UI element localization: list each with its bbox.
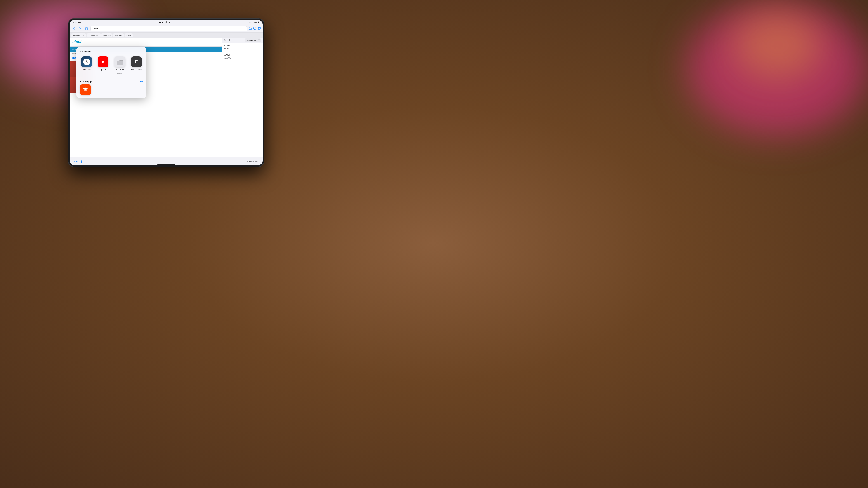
bottom-url-right: Tesla, Inc. bbox=[250, 160, 258, 162]
history-toolbar-btn[interactable]: 🗑 bbox=[80, 160, 83, 163]
status-time: 4:43 PM bbox=[73, 21, 81, 24]
svg-point-14 bbox=[85, 89, 85, 90]
siri-title: Siri Sugge... bbox=[80, 80, 94, 83]
svg-rect-0 bbox=[86, 28, 88, 30]
status-right: ▲▲ 84% ▮ bbox=[248, 21, 259, 24]
siri-icon-reddit bbox=[80, 84, 91, 95]
browser-chrome: Tesla bbox=[70, 25, 263, 33]
battery-icon: ▮ bbox=[258, 21, 259, 24]
ipad-frame: 4:43 PM Mon Jul 20 ▲▲ 84% ▮ Tesla bbox=[68, 18, 265, 167]
siri-header: Siri Sugge... Edit bbox=[78, 78, 145, 84]
ipad-screen: 4:43 PM Mon Jul 20 ▲▲ 84% ▮ Tesla bbox=[70, 20, 263, 165]
right-panel: ☀ ⚲ Relevance n short inst its as Wall h… bbox=[222, 37, 263, 157]
siri-item-reddit[interactable] bbox=[80, 84, 91, 95]
battery-percentage: 84% bbox=[253, 21, 257, 24]
fav-youtube-upload[interactable]: Upload bbox=[95, 55, 112, 76]
favorites-grid: 9toSMac bbox=[76, 55, 147, 78]
fav-label-9to5mac: 9toSMac bbox=[83, 68, 91, 71]
share-button[interactable] bbox=[249, 26, 252, 31]
fav-label-fm: FM Forums bbox=[131, 68, 142, 71]
tab-search[interactable]: You search... bbox=[87, 33, 101, 37]
site-logo: elect bbox=[72, 39, 82, 44]
svg-point-10 bbox=[86, 62, 87, 62]
fav-icon-folder bbox=[114, 57, 125, 67]
tab-page-cr[interactable]: page Cr... bbox=[113, 33, 124, 37]
svg-rect-6 bbox=[258, 27, 260, 29]
panel-wall-title: as Wall bbox=[224, 54, 261, 56]
wifi-icon: ▲▲ bbox=[248, 21, 252, 24]
tab-te[interactable]: | Te... bbox=[125, 33, 132, 37]
website-background: elect Exclusives Au... Filter by keyword… bbox=[70, 37, 263, 157]
back-toolbar-btn[interactable]: ↩ bbox=[74, 160, 77, 163]
fm-letter: F bbox=[135, 59, 138, 65]
cursor bbox=[98, 27, 98, 30]
fav-fm-forums[interactable]: F FM Forums bbox=[128, 55, 145, 76]
search-icon[interactable]: ⚲ bbox=[228, 39, 230, 42]
tabs-bar: 9to5Mac - A... You search... Favorites p… bbox=[70, 33, 263, 37]
svg-point-18 bbox=[84, 88, 84, 89]
bookmark-button[interactable] bbox=[84, 26, 89, 31]
browser-content: elect Exclusives Au... Filter by keyword… bbox=[70, 37, 263, 157]
edit-button[interactable]: Edit bbox=[138, 80, 143, 83]
siri-section: Siri Sugge... Edit bbox=[76, 78, 147, 98]
favorites-title: Favorites bbox=[76, 47, 147, 55]
fav-icon-9to5mac bbox=[81, 57, 92, 67]
panel-excerpt-1: inst its bbox=[224, 48, 261, 50]
status-bar: 4:43 PM Mon Jul 20 ▲▲ 84% ▮ bbox=[70, 20, 263, 25]
status-date: Mon Jul 20 bbox=[159, 21, 170, 24]
reddit-alien-svg bbox=[82, 86, 89, 93]
forward-toolbar-btn[interactable]: ↪ bbox=[77, 160, 80, 163]
right-panel-content: n short inst its as Wall hs as Wall bbox=[222, 43, 263, 61]
tabs-button[interactable] bbox=[258, 27, 261, 31]
panel-icons: ☀ ⚲ bbox=[224, 39, 230, 42]
fav-icon-fm: F bbox=[131, 57, 142, 67]
new-tab-button[interactable] bbox=[253, 27, 256, 31]
svg-point-15 bbox=[86, 89, 87, 90]
tab-favorites[interactable]: Favorites bbox=[101, 33, 112, 37]
right-panel-header: ☀ ⚲ Relevance bbox=[222, 37, 263, 43]
svg-point-21 bbox=[84, 87, 85, 87]
sort-select[interactable]: Relevance bbox=[245, 38, 261, 42]
clock-face bbox=[83, 59, 90, 65]
fav-9to5mac[interactable]: 9toSMac bbox=[78, 55, 95, 76]
back-button[interactable] bbox=[71, 26, 76, 31]
siri-grid bbox=[78, 84, 145, 95]
svg-point-19 bbox=[87, 88, 88, 89]
home-indicator bbox=[157, 164, 175, 165]
youtube-upload-bg bbox=[98, 57, 108, 67]
youtube-play-icon bbox=[101, 60, 105, 64]
safari-dropdown: Favorites bbox=[76, 47, 147, 98]
bottom-url-left: el Y bbox=[247, 160, 250, 162]
panel-excerpt-2: hs as Wall bbox=[224, 57, 261, 59]
url-bar[interactable]: Tesla bbox=[90, 26, 247, 31]
fav-label-youtube: YouTube bbox=[116, 68, 124, 71]
folder-icon-svg bbox=[116, 59, 123, 65]
fav-sublabel-folder: Folder bbox=[117, 72, 122, 74]
tab-9to5mac[interactable]: 9to5Mac - A... bbox=[71, 33, 86, 37]
clock-svg bbox=[84, 59, 89, 64]
svg-marker-11 bbox=[102, 61, 105, 63]
panel-short-title: n short bbox=[224, 45, 261, 47]
fav-youtube-folder[interactable]: YouTube Folder bbox=[112, 55, 128, 76]
reddit-bg bbox=[80, 84, 91, 95]
fav-label-upload: Upload bbox=[100, 68, 106, 71]
forward-button[interactable] bbox=[78, 26, 83, 31]
bottom-toolbar: ↩ ↪ 🗑 el Y Tesla, Inc. bbox=[70, 157, 263, 165]
bokeh-light-3 bbox=[733, 11, 823, 79]
fav-icon-youtube-upload bbox=[98, 57, 108, 67]
brightness-icon[interactable]: ☀ bbox=[224, 39, 226, 42]
browser-actions bbox=[249, 26, 261, 31]
url-text: Tesla bbox=[92, 27, 98, 30]
